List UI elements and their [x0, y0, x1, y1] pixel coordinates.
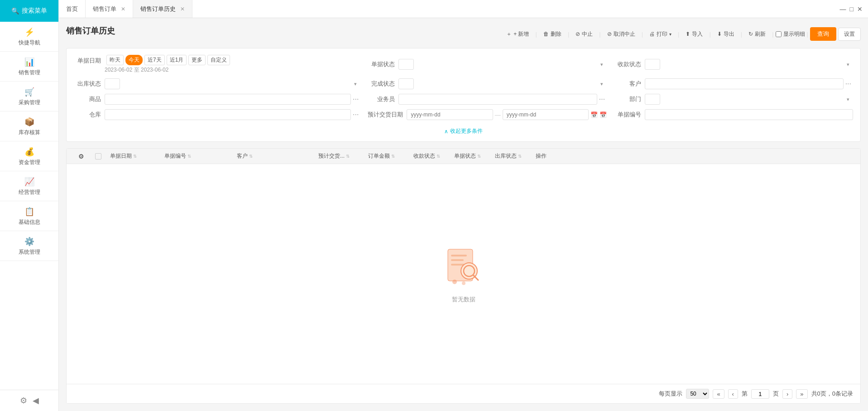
filter-salesperson-group: 业务员 ··· — [368, 94, 614, 105]
filter-doc-status-group: 单据状态 — [368, 59, 614, 70]
col-header-ops: 操作 — [532, 152, 855, 160]
collapse-row[interactable]: ∧ 收起更多条件 — [74, 125, 853, 135]
delivery-date-from[interactable] — [407, 109, 493, 120]
table-header: ⚙ 单据日期 ⇅ 单据编号 ⇅ 客户 ⇅ 预计交货... — [67, 149, 860, 164]
table-settings-icon[interactable]: ⚙ — [78, 153, 84, 160]
sidebar-item-inventory[interactable]: 📦 库存核算 — [0, 111, 58, 141]
delivery-date-to[interactable] — [503, 109, 589, 120]
window-maximize-icon[interactable]: □ — [850, 5, 854, 13]
page-input[interactable] — [751, 389, 769, 399]
tab-sales-order-history-close[interactable]: ✕ — [180, 6, 185, 12]
date-range: 2023-06-02 至 2023-06-02 — [105, 66, 230, 74]
print-button[interactable]: 🖨 打印 ▾ — [645, 28, 676, 40]
warehouse-input[interactable] — [105, 109, 351, 120]
stop-button[interactable]: ⊘ 中止 — [571, 28, 597, 40]
col-header-receipt[interactable]: 收款状态 ⇅ — [410, 152, 451, 160]
date-custom[interactable]: 自定义 — [207, 55, 230, 65]
tab-home[interactable]: 首页 — [59, 0, 86, 18]
export-button[interactable]: ⬇ 导出 — [713, 28, 739, 40]
settings-icon[interactable]: ⚙ — [20, 396, 27, 406]
add-button[interactable]: ＋ + 新增 — [502, 28, 533, 40]
filter-warehouse-group: 仓库 ··· — [74, 109, 368, 120]
dept-select[interactable] — [645, 94, 660, 105]
tab-sales-order-history[interactable]: 销售订单历史 ✕ — [133, 0, 192, 18]
total-text: 共0页，0条记录 — [811, 390, 853, 398]
print-dropdown-icon: ▾ — [669, 32, 671, 37]
sidebar-item-operations[interactable]: 📈 经营管理 — [0, 171, 58, 201]
date-label: 单据日期 — [74, 57, 101, 65]
status-select[interactable] — [398, 59, 414, 70]
select-all-checkbox[interactable] — [95, 153, 101, 160]
calendar-icon-1[interactable]: 📅 — [590, 111, 598, 118]
customer-label: 客户 — [614, 80, 641, 88]
customer-input[interactable] — [645, 78, 843, 89]
col-header-date[interactable]: 单据日期 ⇅ — [106, 152, 161, 160]
svg-point-8 — [462, 281, 465, 285]
sidebar-item-finance[interactable]: 💰 资金管理 — [0, 141, 58, 171]
warehouse-dots[interactable]: ··· — [351, 111, 360, 119]
salesperson-dots[interactable]: ··· — [597, 95, 607, 103]
page-prev-button[interactable]: ‹ — [728, 389, 738, 399]
salesperson-input[interactable] — [398, 94, 597, 105]
collapse-icon[interactable]: ◀ — [33, 396, 39, 406]
date-7days[interactable]: 近7天 — [144, 55, 165, 65]
delete-button[interactable]: 🗑 删除 — [539, 28, 566, 40]
query-button[interactable]: 查询 — [810, 27, 836, 41]
settings-button[interactable]: 设置 — [838, 28, 861, 41]
page-first-button[interactable]: « — [713, 389, 724, 399]
page-next-button[interactable]: › — [782, 389, 792, 399]
refresh-button[interactable]: ↻ 刷新 — [744, 28, 770, 40]
filter-out-status-group: 出库状态 — [74, 78, 368, 89]
display-cols-checkbox[interactable] — [776, 31, 782, 37]
col-header-num[interactable]: 单据编号 ⇅ — [161, 152, 233, 160]
sidebar-item-base-info[interactable]: 📋 基础信息 — [0, 201, 58, 231]
export-icon: ⬇ — [717, 31, 722, 37]
goods-dots[interactable]: ··· — [351, 95, 360, 103]
tab-sales-order-close[interactable]: ✕ — [121, 6, 125, 12]
table-body: 暂无数据 — [67, 164, 860, 384]
docnum-input[interactable] — [645, 109, 853, 120]
date-more[interactable]: 更多 — [188, 55, 206, 65]
out-status-select[interactable] — [105, 78, 120, 89]
sales-mgmt-icon: 📊 — [24, 57, 34, 67]
filter-customer-group: 客户 ··· — [614, 78, 853, 89]
cancel-stop-icon: ⊘ — [607, 31, 612, 37]
sidebar-item-quick-nav[interactable]: ⚡ 快捷导航 — [0, 22, 58, 52]
col-settings: ⚙ — [72, 153, 90, 160]
out-status-label: 出库状态 — [74, 80, 101, 88]
customer-dots[interactable]: ··· — [844, 80, 853, 88]
complete-status-label: 完成状态 — [368, 80, 395, 88]
page-last-button[interactable]: » — [796, 389, 807, 399]
import-button[interactable]: ⬆ 导入 — [681, 28, 707, 40]
date-today[interactable]: 今天 — [125, 55, 143, 65]
col-header-client[interactable]: 客户 ⇅ — [233, 152, 315, 160]
sidebar: 🔍 搜索菜单 ⚡ 快捷导航 📊 销售管理 🛒 采购管理 📦 库存核算 💰 资金管… — [0, 0, 59, 411]
tab-sales-order[interactable]: 销售订单 ✕ — [86, 0, 133, 18]
cancel-stop-button[interactable]: ⊘ 取消中止 — [603, 28, 640, 40]
date-yesterday[interactable]: 昨天 — [106, 55, 124, 65]
sidebar-item-sys-mgmt[interactable]: ⚙️ 系统管理 — [0, 231, 58, 261]
calendar-icon-2[interactable]: 📅 — [599, 111, 607, 118]
delete-icon: 🗑 — [543, 31, 549, 37]
base-info-icon: 📋 — [24, 207, 34, 217]
receipt-status-select[interactable] — [645, 59, 660, 70]
col-header-status[interactable]: 单据状态 ⇅ — [451, 152, 491, 160]
col-header-amount[interactable]: 订单金额 ⇅ — [364, 152, 410, 160]
window-close-icon[interactable]: ✕ — [857, 5, 863, 13]
window-minimize-icon[interactable]: — — [840, 5, 846, 13]
col-header-delivery[interactable]: 预计交货... ⇅ — [315, 152, 364, 160]
sidebar-search[interactable]: 🔍 搜索菜单 — [0, 0, 58, 22]
page-size-select[interactable]: 50 10 20 100 — [686, 389, 709, 399]
goods-input[interactable] — [105, 94, 351, 105]
filter-docnum-group: 单据编号 — [614, 109, 853, 120]
delivery-dash: — — [495, 111, 501, 118]
search-icon: 🔍 — [11, 7, 19, 15]
sidebar-item-sales-mgmt[interactable]: 📊 销售管理 — [0, 52, 58, 82]
status-label: 单据状态 — [368, 60, 395, 68]
complete-status-select[interactable] — [398, 78, 414, 89]
svg-point-7 — [452, 280, 457, 284]
page-label-prefix: 第 — [742, 390, 748, 398]
sidebar-item-purchase-mgmt[interactable]: 🛒 采购管理 — [0, 82, 58, 111]
col-header-out[interactable]: 出库状态 ⇅ — [491, 152, 532, 160]
date-1month[interactable]: 近1月 — [167, 55, 187, 65]
